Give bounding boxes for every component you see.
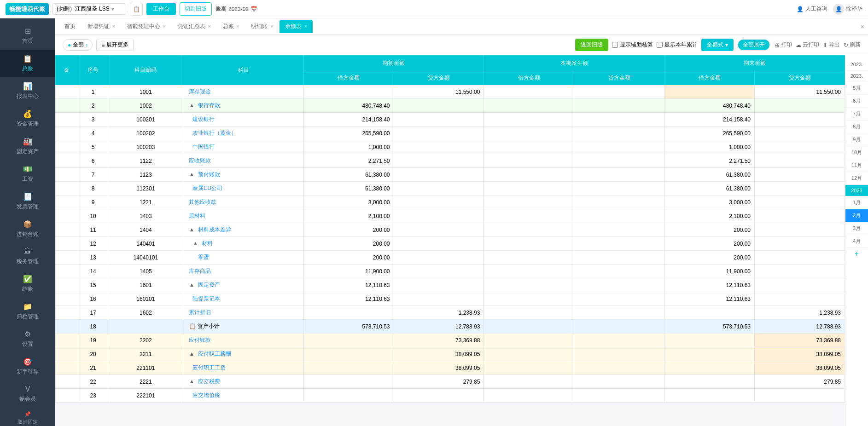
right-panel-2023[interactable]: 2023. [845,70,868,82]
row-name-22[interactable]: 应交增值税 [183,389,303,403]
sidebar-item-assets-mgmt[interactable]: 💰 资金管理 [0,105,55,132]
row-name-14[interactable]: ▲ 固定资产 [183,278,303,292]
sidebar-item-payroll[interactable]: 💵 工资 [0,160,55,188]
row-name-19[interactable]: ▲ 应付职工薪酬 [183,347,303,361]
sidebar-item-archive[interactable]: 📁 归档管理 [0,298,55,325]
sidebar-unpin-button[interactable]: 📌 取消固定 [0,408,55,426]
company-select[interactable]: (勿删）江西股圣-LSS ▾ [52,3,126,15]
return-btn[interactable]: 返回旧版 [575,39,608,51]
opening-debit-16 [303,306,394,320]
format-button[interactable]: 全额式 ▾ [701,39,734,51]
expand-icon-11[interactable]: ▲ [192,240,199,247]
tab-voucher-summary[interactable]: 凭证汇总表 × [172,20,216,33]
row-name-0[interactable]: 库存现金 [183,85,303,99]
show-ytd-checkbox[interactable]: 显示本年累计 [657,41,698,49]
tab-smart-voucher-close[interactable]: × [163,24,166,29]
sidebar-item-tax[interactable]: 🏛 税务管理 [0,243,55,270]
right-panel-9[interactable]: 9月 [845,133,868,146]
sidebar-item-invoice[interactable]: 🧾 发票管理 [0,188,55,215]
row-name-10[interactable]: ▲ 材料成本差异 [183,223,303,237]
ytd-checkbox-input[interactable] [657,42,663,48]
filter-select[interactable]: ● 全部 › [63,39,93,51]
right-panel-6[interactable]: 6月 [845,95,868,108]
show-auxiliary-checkbox[interactable]: 显示辅助核算 [612,41,653,49]
tab-detail-ledger[interactable]: 明细账 × [245,20,279,33]
sidebar-item-vip[interactable]: V 畅会员 [0,380,55,408]
row-name-18[interactable]: 应付账款 [183,334,303,347]
row-name-20[interactable]: 应付职工工资 [183,361,303,375]
tab-balance-sheet-close[interactable]: × [304,24,307,29]
workbench-button[interactable]: 工作台 [146,3,176,15]
row-name-7[interactable]: 泰属EU公司 [183,182,303,196]
right-panel-11[interactable]: 11月 [845,159,868,172]
tab-smart-voucher[interactable]: 智能凭证中心 × [122,20,171,33]
sidebar-item-home[interactable]: ⊞ 首页 [0,22,55,50]
sidebar-item-reports[interactable]: 📊 报表中心 [0,77,55,105]
expand-icon-19[interactable]: ▲ [189,351,196,357]
copy-icon[interactable]: 📋 [130,3,143,16]
print-action[interactable]: 🖨 打印 [774,41,792,49]
sidebar-item-settlement[interactable]: ✅ 结账 [0,270,55,298]
right-panel-7[interactable]: 7月 [845,108,868,121]
tab-general-ledger-close[interactable]: × [237,24,239,29]
right-panel-4[interactable]: 4月 [845,235,868,248]
row-name-11[interactable]: ▲ 材料 [183,237,303,251]
expand-label: 展开更多 [106,41,128,49]
tab-balance-sheet[interactable]: 余额表 × [280,20,313,33]
row-name-9[interactable]: 原材料 [183,209,303,223]
right-panel-year-2023[interactable]: 2023 [845,185,868,196]
row-name-4[interactable]: 中国银行 [183,140,303,154]
row-name-5[interactable]: 应收账款 [183,154,303,168]
right-panel-5[interactable]: 5月 [845,82,868,95]
calendar-icon[interactable]: 📅 [250,6,257,12]
tab-voucher-summary-close[interactable]: × [208,24,211,29]
right-panel-expand[interactable]: + [853,248,861,260]
export-action[interactable]: ⬆ 导出 [823,41,840,49]
right-panel-8[interactable]: 8月 [845,121,868,133]
sidebar-item-newbie[interactable]: 🎯 新手引导 [0,353,55,380]
row-name-2[interactable]: 建设银行 [183,113,303,127]
expand-icon-21[interactable]: ▲ [189,378,196,385]
sidebar-item-sales[interactable]: 📦 进销台账 [0,215,55,243]
row-name-3[interactable]: 农业银行（黄金） [183,127,303,140]
row-name-6[interactable]: ▲ 预付账款 [183,168,303,182]
auxiliary-checkbox-input[interactable] [612,42,618,48]
sidebar-item-accounting[interactable]: 📋 总账 [0,50,55,77]
expand-icon-10[interactable]: ▲ [189,226,196,233]
settings-col-header[interactable]: ⚙ [56,56,78,85]
expand-icon-14[interactable]: ▲ [189,282,196,288]
expand-button[interactable]: ≡ 展开更多 [96,39,134,51]
row-name-21[interactable]: ▲ 应交税费 [183,375,303,389]
right-panel-10[interactable]: 10月 [845,146,868,159]
cloud-print-action[interactable]: ☁ 云打印 [796,41,819,49]
expand-icon-6[interactable]: ▲ [189,171,196,178]
service-button[interactable]: 👤 人工咨询 [797,5,827,13]
right-panel-1[interactable]: 1月 [845,196,868,209]
main-close-button[interactable]: × [861,23,864,30]
tab-new-voucher-close[interactable]: × [112,24,115,29]
sidebar-item-fixed-assets[interactable]: 🏭 固定资产 [0,132,55,160]
right-panel-2[interactable]: 2月 [845,209,868,222]
right-panel-12[interactable]: 12月 [845,172,868,185]
row-name-16[interactable]: 累计折旧 [183,306,303,320]
sidebar-item-settings[interactable]: ⚙ 设置 [0,325,55,353]
row-name-12[interactable]: 零蛋 [183,251,303,265]
refresh-action[interactable]: ↻ 刷新 [844,41,861,49]
row-name-1[interactable]: ▲ 银行存款 [183,99,303,113]
tab-new-voucher[interactable]: 新增凭证 × [82,20,121,33]
user-profile[interactable]: 👤 徐泽华 [833,4,862,15]
row-name-15[interactable]: 陆提票记本 [183,292,303,306]
right-panel-3[interactable]: 3月 [845,222,868,235]
tab-home[interactable]: 首页 [59,20,81,33]
tab-general-ledger[interactable]: 总账 × [217,20,245,33]
row-name-8[interactable]: 其他应收款 [183,196,303,209]
table-container[interactable]: ⚙ 序号 科目编码 科目 期初余额 本期发生额 期末余额 借方金额 贷方金额 借… [55,55,845,426]
toggle-on[interactable]: 全部展开 [738,40,769,50]
expand-icon-1[interactable]: ▲ [189,102,196,109]
switch-version-button[interactable]: 切到旧版 [180,2,212,16]
tab-detail-ledger-close[interactable]: × [270,24,273,29]
current-debit-9 [484,209,574,223]
closing-debit-21 [664,375,755,389]
row-name-13[interactable]: 库存商品 [183,265,303,278]
right-panel-2023-prev[interactable]: 2023. [845,59,868,70]
